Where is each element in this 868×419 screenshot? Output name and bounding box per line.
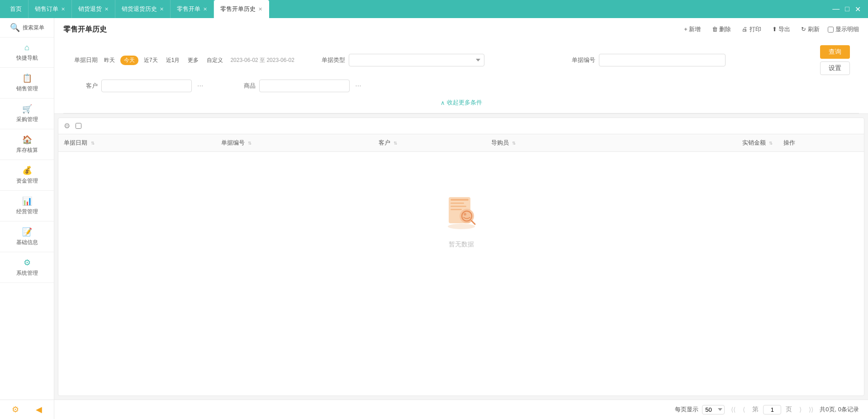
col-salesperson[interactable]: 导购员 ⇅ [486,134,621,152]
date-btn-more[interactable]: 更多 [185,56,201,65]
delete-button[interactable]: 🗑 删除 [709,24,734,35]
col-amount[interactable]: 实销金额 ⇅ [621,134,778,152]
tab-retail-open[interactable]: 零售开单 ✕ [171,0,214,18]
print-button[interactable]: 🖨 打印 [739,24,764,35]
sidebar-item-system[interactable]: ⚙ 系统管理 [0,252,54,283]
table-container: ⚙ 单据日期 ⇅ 单据编号 ⇅ 客户 [58,118,864,396]
date-btn-custom[interactable]: 自定义 [204,56,226,65]
table-settings-icon[interactable]: ⚙ [64,122,70,130]
show-detail-label: 显示明细 [835,25,859,33]
sidebar-item-base-info[interactable]: 📝 基础信息 [0,221,54,252]
svg-point-9 [464,213,466,216]
tab-sales-return-history[interactable]: 销货退货历史 ✕ [115,0,171,18]
empty-text: 暂无数据 [449,240,474,249]
purchase-icon: 🛒 [22,104,32,114]
refresh-label: ↻ 刷新 [801,25,820,33]
show-detail-checkbox[interactable] [828,27,834,33]
system-icon: ⚙ [24,258,31,268]
sidebar-item-inventory[interactable]: 🏠 库存核算 [0,129,54,160]
sidebar-item-quick-nav[interactable]: ⌂ 快捷导航 [0,38,54,68]
page-header: 零售开单历史 + 新增 🗑 删除 🖨 打印 ⬆ 导出 ↻ 刷 [54,18,868,114]
date-range-text: 2023-06-02 至 2023-06-02 [230,56,294,64]
sidebar-item-purchase[interactable]: 🛒 采购管理 [0,99,54,129]
minimize-btn[interactable]: — [832,5,840,14]
print-label: 🖨 打印 [742,25,761,33]
svg-rect-5 [451,209,462,210]
col-customer[interactable]: 客户 ⇅ [373,134,486,152]
page-label-suffix: 页 [783,405,795,414]
doctype-select[interactable] [349,54,484,66]
per-page-select[interactable]: 50 10 20 100 [702,405,725,414]
maximize-btn[interactable]: □ [845,5,849,14]
prev-page-btn[interactable]: ⟨ [740,405,748,414]
sidebar-label-purchase: 采购管理 [16,116,38,123]
sort-salesperson-icon: ⇅ [512,141,516,146]
filter-area: 单据日期 昨天 今天 近7天 近1月 更多 自定义 2023-06-02 至 2… [63,41,859,113]
goods-ellipsis[interactable]: ··· [353,82,363,90]
docnumber-input[interactable] [599,54,726,66]
page-label-prefix: 第 [749,405,761,414]
filter-date-field: 单据日期 昨天 今天 近7天 近1月 更多 自定义 2023-06-02 至 2… [72,56,294,65]
select-all-checkbox[interactable] [76,123,81,129]
export-label: ⬆ 导出 [772,25,791,33]
tab-retail-open-history[interactable]: 零售开单历史 ✕ [214,0,269,18]
show-detail-checkbox-label[interactable]: 显示明细 [828,25,859,33]
goods-input[interactable] [259,80,350,92]
collapse-label: 收起更多条件 [447,99,482,107]
sidebar-item-operations[interactable]: 📊 经营管理 [0,191,54,221]
close-tab-sales-order[interactable]: ✕ [61,6,65,12]
sidebar-item-sales[interactable]: 📋 销售管理 [0,68,54,99]
svg-rect-3 [451,202,464,204]
data-table: 单据日期 ⇅ 单据编号 ⇅ 客户 ⇅ 导购员 ⇅ [58,134,864,152]
sidebar-search[interactable]: 🔍 搜索菜单 [0,18,54,38]
close-tab-retail-open[interactable]: ✕ [203,6,207,12]
toolbar: + 新增 🗑 删除 🖨 打印 ⬆ 导出 ↻ 刷新 [681,24,859,35]
sort-date-icon: ⇅ [91,141,95,146]
sidebar-item-finance[interactable]: 💰 资金管理 [0,160,54,191]
home-icon: ⌂ [24,43,29,52]
last-page-btn[interactable]: ⟩⟩ [806,405,816,414]
tab-home[interactable]: 首页 [4,0,28,18]
content-area: 零售开单历史 + 新增 🗑 删除 🖨 打印 ⬆ 导出 ↻ 刷 [54,18,868,419]
tab-sales-order[interactable]: 销售订单 ✕ [28,0,72,18]
query-button[interactable]: 查询 [820,45,850,59]
sidebar-label-inventory: 库存核算 [16,146,38,154]
next-page-btn[interactable]: ⟩ [797,405,804,414]
close-tab-sales-return-history[interactable]: ✕ [160,6,164,12]
delete-label: 🗑 删除 [712,25,731,33]
close-btn-window[interactable]: ✕ [855,5,861,14]
sidebar-label-sales: 销售管理 [16,85,38,93]
collapse-more-btn[interactable]: ∧ 收起更多条件 [72,97,850,108]
close-tab-retail-open-history[interactable]: ✕ [258,6,262,12]
first-page-btn[interactable]: ⟨⟨ [728,405,738,414]
tab-sales-return[interactable]: 销货退货 ✕ [72,0,115,18]
sidebar-collapse-icon[interactable]: ◀ [36,405,42,414]
customer-ellipsis[interactable]: ··· [195,82,205,90]
pagination: 每页显示 50 10 20 100 ⟨⟨ ⟨ 第 页 ⟩ ⟩⟩ 共0页, 0条记… [54,400,868,419]
base-info-icon: 📝 [22,227,32,237]
customer-input[interactable] [101,80,192,92]
date-btn-1month[interactable]: 近1月 [163,56,183,65]
customer-label: 客户 [72,82,98,90]
sidebar-label-operations: 经营管理 [16,208,38,216]
page-input[interactable] [763,405,781,414]
filter-row-2: 客户 ··· 商品 ··· [72,80,850,92]
date-btn-today[interactable]: 今天 [120,56,138,65]
refresh-button[interactable]: ↻ 刷新 [798,24,822,35]
filter-goods-field: 商品 ··· [230,80,363,92]
window-controls: — □ ✕ [832,5,864,14]
action-buttons: 查询 设置 [820,45,850,75]
sidebar-settings-icon[interactable]: ⚙ [12,405,19,414]
add-button[interactable]: + 新增 [681,24,703,35]
col-action: 操作 [778,134,864,152]
settings-button[interactable]: 设置 [820,61,850,75]
col-date[interactable]: 单据日期 ⇅ [58,134,216,152]
export-button[interactable]: ⬆ 导出 [769,24,793,35]
col-number[interactable]: 单据编号 ⇅ [216,134,373,152]
sort-customer-icon: ⇅ [394,141,397,146]
sidebar: 🔍 搜索菜单 ⌂ 快捷导航 📋 销售管理 🛒 采购管理 🏠 库存核算 💰 资金管… [0,18,54,419]
inventory-icon: 🏠 [22,135,32,145]
date-btn-7days[interactable]: 近7天 [141,56,161,65]
date-btn-yesterday[interactable]: 昨天 [101,56,118,65]
close-tab-sales-return[interactable]: ✕ [104,6,109,12]
